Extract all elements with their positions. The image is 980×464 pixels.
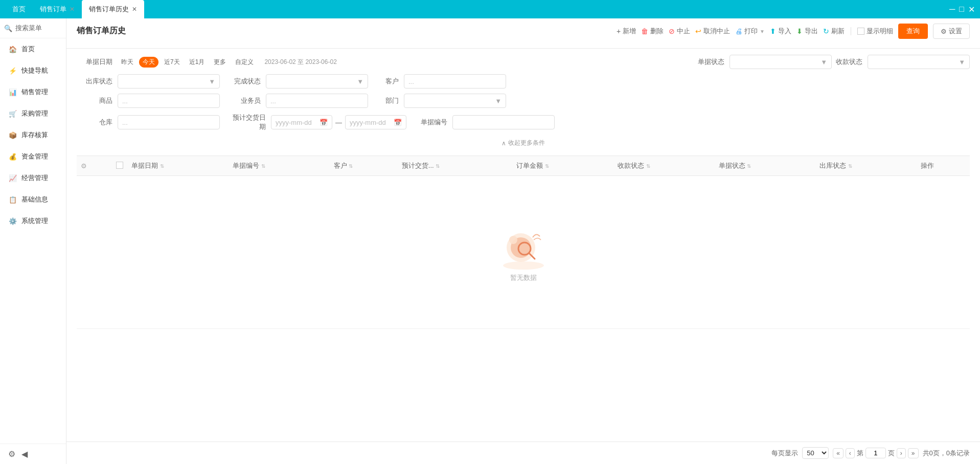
order-no-input[interactable] <box>452 115 555 129</box>
sidebar-search-label: 搜索菜单 <box>15 24 42 33</box>
delivery-end-input[interactable]: yyyy-mm-dd 📅 <box>345 115 406 129</box>
filter-row-4: 仓库 ... 预计交货日期 yyyy-mm-dd 📅 — yyyy-mm-dd … <box>77 113 970 131</box>
query-btn[interactable]: 查询 <box>898 24 928 39</box>
refresh-btn[interactable]: ↻ 刷新 <box>823 27 845 36</box>
col-receipt-status: 收款状态 ⇅ <box>613 156 715 176</box>
status-select[interactable]: ▼ <box>730 55 832 69</box>
sidebar-item-quick-nav[interactable]: ⚡ 快捷导航 <box>0 60 66 81</box>
col-receipt-status-label: 收款状态 <box>618 162 644 169</box>
show-detail-checkbox[interactable] <box>857 28 864 35</box>
out-status-select[interactable]: ▼ <box>118 74 220 89</box>
tab-home-label: 首页 <box>12 5 26 14</box>
delivery-start-input[interactable]: yyyy-mm-dd 📅 <box>271 115 332 129</box>
tab-sales-order-history-close[interactable]: ✕ <box>132 6 137 13</box>
dept-select[interactable]: ▼ <box>404 94 506 108</box>
date-yesterday[interactable]: 昨天 <box>118 57 137 68</box>
first-page-btn[interactable]: « <box>833 448 844 458</box>
maximize-btn[interactable]: □ <box>959 5 964 14</box>
tab-home[interactable]: 首页 <box>5 0 33 18</box>
page-num-input[interactable] <box>865 448 886 458</box>
col-delivery-sort[interactable]: ⇅ <box>436 163 440 169</box>
sidebar-search[interactable]: 🔍 搜索菜单 <box>0 18 66 38</box>
calendar-end-icon: 📅 <box>394 119 402 126</box>
page-size-select[interactable]: 20 50 100 200 <box>802 447 829 459</box>
next-page-btn[interactable]: › <box>897 448 906 458</box>
date-more[interactable]: 更多 <box>210 57 230 68</box>
select-all-checkbox[interactable] <box>116 162 123 169</box>
sidebar-item-inventory[interactable]: 📦 库存核算 <box>0 124 66 146</box>
pagination: « ‹ 第 页 › » <box>833 448 918 458</box>
stop-btn[interactable]: ⊘ 中止 <box>669 27 690 36</box>
prev-page-btn[interactable]: ‹ <box>846 448 855 458</box>
col-date-sort[interactable]: ⇅ <box>160 163 164 169</box>
print-btn[interactable]: 🖨 打印 ▼ <box>735 27 765 36</box>
tab-sales-order-history[interactable]: 销售订单历史 ✕ <box>82 0 144 18</box>
date-7days[interactable]: 近7天 <box>161 57 184 68</box>
warehouse-input[interactable]: ... <box>118 115 220 129</box>
table-area: ⚙ 单据日期 ⇅ 单据编号 ⇅ <box>66 156 980 441</box>
col-date-label: 单据日期 <box>131 162 158 169</box>
col-receipt-sort[interactable]: ⇅ <box>646 163 650 169</box>
sidebar-item-basic-info[interactable]: 📋 基础信息 <box>0 189 66 210</box>
settings-btn[interactable]: ⚙ 设置 <box>933 24 970 39</box>
page-unit-label: 页 <box>888 449 895 458</box>
date-custom[interactable]: 自定义 <box>232 57 257 68</box>
sidebar-item-capital[interactable]: 💰 资金管理 <box>0 146 66 167</box>
show-detail[interactable]: 显示明细 <box>857 27 893 36</box>
collapse-btn[interactable]: ∧ 收起更多条件 <box>77 137 970 149</box>
sidebar: 🔍 搜索菜单 🏠 首页 ⚡ 快捷导航 📊 销售管理 🛒 采购管理 📦 库存核算 … <box>0 18 66 464</box>
sales-input[interactable]: ... <box>266 94 368 108</box>
export-btn[interactable]: ⬇ 导出 <box>796 27 818 36</box>
col-amount-sort[interactable]: ⇅ <box>545 163 549 169</box>
col-no-label: 单据编号 <box>233 162 259 169</box>
new-btn[interactable]: + 新增 <box>617 27 636 36</box>
table-settings-icon[interactable]: ⚙ <box>81 162 87 170</box>
sidebar-item-system[interactable]: ⚙️ 系统管理 <box>0 210 66 232</box>
product-dots: ... <box>122 97 128 105</box>
sidebar-settings-btn[interactable]: ⚙ <box>8 449 15 459</box>
date-label: 单据日期 <box>77 57 118 67</box>
sidebar-item-capital-label: 资金管理 <box>21 152 48 161</box>
basic-info-icon: 📋 <box>8 195 17 204</box>
delete-btn[interactable]: 🗑 删除 <box>641 27 664 36</box>
page-title: 销售订单历史 <box>77 26 126 42</box>
page-size-label: 每页显示 <box>771 449 798 458</box>
tab-sales-order-close[interactable]: ✕ <box>70 6 75 13</box>
col-out-sort[interactable]: ⇅ <box>848 163 852 169</box>
receipt-status-select[interactable]: ▼ <box>868 55 970 69</box>
collapse-icon: ∧ <box>502 140 506 147</box>
sidebar-item-purchase[interactable]: 🛒 采购管理 <box>0 103 66 124</box>
minimize-btn[interactable]: ─ <box>949 5 955 14</box>
sidebar-collapse-btn[interactable]: ◀ <box>21 449 28 459</box>
delivery-end-value: yyyy-mm-dd <box>350 119 386 126</box>
product-input[interactable]: ... <box>118 94 220 108</box>
close-btn[interactable]: ✕ <box>968 5 975 14</box>
col-bill-status-label: 单据状态 <box>719 162 745 169</box>
page-label: 第 <box>857 449 863 458</box>
home-icon: 🏠 <box>8 45 17 54</box>
filter-row-1: 单据日期 昨天 今天 近7天 近1月 更多 自定义 2023-06-02 至 2… <box>77 55 970 69</box>
calendar-start-icon: 📅 <box>320 119 328 126</box>
col-bill-sort[interactable]: ⇅ <box>747 163 751 169</box>
customer-input[interactable]: ... <box>404 74 506 89</box>
col-operation: 操作 <box>917 156 970 176</box>
empty-text: 暂无数据 <box>510 273 537 282</box>
warehouse-label: 仓库 <box>77 118 118 127</box>
col-no: 单据编号 ⇅ <box>229 156 330 176</box>
sidebar-item-purchase-label: 采购管理 <box>21 109 48 118</box>
sidebar-item-sales[interactable]: 📊 销售管理 <box>0 81 66 103</box>
cancel-stop-btn[interactable]: ↩ 取消中止 <box>695 27 730 36</box>
tab-sales-order[interactable]: 销售订单 ✕ <box>33 0 82 18</box>
col-no-sort[interactable]: ⇅ <box>261 163 265 169</box>
complete-status-select[interactable]: ▼ <box>266 74 368 89</box>
receipt-status-label: 收款状态 <box>832 57 868 67</box>
date-1month[interactable]: 近1月 <box>186 57 209 68</box>
import-btn[interactable]: ⬆ 导入 <box>770 27 791 36</box>
sidebar-item-operation[interactable]: 📈 经营管理 <box>0 167 66 189</box>
tab-bar: 首页 销售订单 ✕ 销售订单历史 ✕ <box>5 0 144 18</box>
col-customer-sort[interactable]: ⇅ <box>349 163 353 169</box>
date-today[interactable]: 今天 <box>139 57 158 68</box>
sidebar-item-home[interactable]: 🏠 首页 <box>0 38 66 60</box>
filter-row-3: 商品 ... 业务员 ... 部门 ▼ <box>77 94 970 108</box>
last-page-btn[interactable]: » <box>908 448 919 458</box>
